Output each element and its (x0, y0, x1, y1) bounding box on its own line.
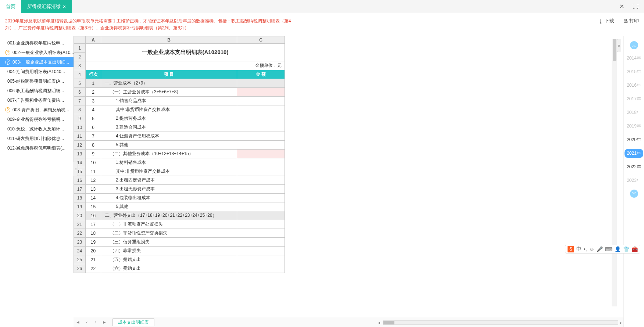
cell-item[interactable]: （三）债务重组损失 (101, 238, 237, 247)
cell-item[interactable]: 1.材料销售成本 (101, 158, 237, 167)
row-header[interactable]: 17 (74, 185, 86, 194)
sheet-tab[interactable]: 成本支出明细表 (112, 318, 154, 326)
horizontal-scrollbar[interactable] (383, 320, 618, 325)
fullscreen-icon[interactable]: ⛶ (630, 1, 641, 12)
cell-amount[interactable] (237, 79, 285, 88)
cell-amount[interactable] (237, 105, 285, 114)
row-header[interactable]: 20 (74, 211, 86, 220)
cell-item[interactable]: 5.其他 (101, 141, 237, 150)
year-2021年[interactable]: 2021年 (625, 149, 643, 158)
cell-item[interactable]: （六）赞助支出 (101, 264, 237, 273)
cell-item[interactable]: 二、营业外支出（17+18+19+20+21+22+23+24+25+26） (101, 211, 237, 220)
row-header[interactable]: 5 (74, 79, 86, 88)
cell-rownum[interactable]: 3 (86, 97, 101, 105)
cell-item[interactable]: （一）主营业务成本（3+5+6+7+8） (101, 88, 237, 97)
col-header-c[interactable]: C (237, 36, 285, 44)
row-header[interactable]: 8 (74, 105, 86, 114)
cell-rownum[interactable]: 14 (86, 194, 101, 202)
window-close-icon[interactable]: ✕ (616, 1, 627, 12)
sidebar-item-0[interactable]: 001-企业所得税年度纳税申... (0, 38, 74, 48)
cell-rownum[interactable]: 2 (86, 88, 101, 97)
sidebar-item-11[interactable]: 012-减免所得税优惠明细表(... (0, 143, 74, 153)
cell-amount[interactable] (237, 185, 285, 194)
cell-amount[interactable] (237, 158, 285, 167)
ime-mic-icon[interactable]: 🎤 (597, 246, 603, 252)
cell-amount[interactable] (237, 141, 285, 150)
cell-item[interactable]: 1.销售商品成本 (101, 97, 237, 105)
cell-rownum[interactable]: 7 (86, 132, 101, 141)
cell-rownum[interactable]: 11 (86, 167, 101, 176)
cell-rownum[interactable]: 1 (86, 79, 101, 88)
year-2017年[interactable]: 2017年 (625, 94, 643, 104)
hscroll-left-icon[interactable]: ◄ (376, 320, 382, 325)
cell-item[interactable]: 3.建造合同成本 (101, 123, 237, 132)
cell-amount[interactable] (237, 150, 285, 158)
row-header[interactable]: 2 (74, 53, 86, 61)
year-2015年[interactable]: 2015年 (625, 67, 643, 76)
tab-active[interactable]: 所得税汇算清缴 × (21, 0, 72, 13)
cell-rownum[interactable]: 19 (86, 238, 101, 247)
sidebar-item-7[interactable]: ?008-资产折旧、摊销及纳税... (0, 105, 74, 115)
cell-rownum[interactable]: 6 (86, 123, 101, 132)
cell-rownum[interactable]: 8 (86, 141, 101, 150)
year-2022年[interactable]: 2022年 (625, 162, 643, 172)
cell-item[interactable]: 其中:非货币性资产交换成本 (101, 105, 237, 114)
sidebar-item-6[interactable]: 007-广告费和业务宣传费跨... (0, 96, 74, 105)
cell-amount[interactable] (237, 202, 285, 211)
cell-amount[interactable] (237, 167, 285, 176)
hscroll-right-icon[interactable]: ► (618, 320, 623, 325)
spreadsheet[interactable]: A B C 1 一般企业成本支出明细表(A102010) 2 3 金额单位：元 … (74, 36, 285, 273)
sidebar-item-3[interactable]: 004-期间费用明细表(A1040... (0, 67, 74, 76)
vertical-scrollbar[interactable] (612, 39, 617, 306)
row-header[interactable]: 4 (74, 70, 86, 79)
row-header[interactable]: 23 (74, 238, 86, 247)
cell-rownum[interactable]: 16 (86, 211, 101, 220)
cell-amount[interactable] (237, 132, 285, 141)
row-header[interactable]: 12 (74, 141, 86, 150)
cell-item[interactable]: 4.让渡资产使用权成本 (101, 132, 237, 141)
cell-item[interactable]: 4.包装物出租成本 (101, 194, 237, 202)
sidebar-item-9[interactable]: 010-免税、减计收入及加计... (0, 124, 74, 134)
year-2014年[interactable]: 2014年 (625, 54, 643, 63)
year-2019年[interactable]: 2019年 (625, 122, 643, 131)
cell-item[interactable]: （四）非常损失 (101, 247, 237, 255)
cell-amount[interactable] (237, 176, 285, 185)
cell-rownum[interactable]: 9 (86, 150, 101, 158)
sidebar-item-2[interactable]: ?003-一般企业成本支出明细... (0, 57, 74, 67)
sheet-nav-prev-icon[interactable]: ‹ (82, 320, 91, 325)
row-header[interactable]: 9 (74, 114, 86, 123)
cell-rownum[interactable]: 15 (86, 202, 101, 211)
cell-item[interactable]: 一、营业成本（2+9） (101, 79, 237, 88)
sidebar-collapse-handle[interactable]: « (74, 162, 78, 176)
row-header[interactable]: 18 (74, 194, 86, 202)
sidebar-item-8[interactable]: 009-企业所得税弥补亏损明... (0, 115, 74, 124)
row-header[interactable]: 24 (74, 247, 86, 255)
sidebar-item-10[interactable]: 011-研发费用加计扣除优惠... (0, 134, 74, 143)
cell-item[interactable]: 其中:非货币性资产交换成本 (101, 167, 237, 176)
year-2023年[interactable]: 2023年 (625, 176, 643, 185)
cell-amount[interactable] (237, 211, 285, 220)
ime-keyboard-icon[interactable]: ⌨ (605, 246, 612, 252)
scroll-up-icon[interactable]: ︽ (630, 41, 638, 49)
cell-rownum[interactable]: 10 (86, 158, 101, 167)
cell-amount[interactable] (237, 88, 285, 97)
cell-amount[interactable] (237, 123, 285, 132)
col-header-a[interactable]: A (86, 36, 101, 44)
year-2016年[interactable]: 2016年 (625, 81, 643, 90)
sidebar-item-1[interactable]: ?002-一般企业收入明细表(A10... (0, 48, 74, 57)
cell-amount[interactable] (237, 114, 285, 123)
row-header[interactable]: 1 (74, 44, 86, 53)
cell-item[interactable]: （五）捐赠支出 (101, 255, 237, 264)
cell-rownum[interactable]: 5 (86, 114, 101, 123)
sidebar-item-5[interactable]: 006-职工薪酬纳税调整明细... (0, 86, 74, 96)
cell-item[interactable]: （一）非流动资产处置损失 (101, 220, 237, 229)
col-header-b[interactable]: B (101, 36, 237, 44)
print-button[interactable]: 🖶打印 (623, 18, 639, 24)
row-header[interactable]: 21 (74, 220, 86, 229)
sheet-nav-last-icon[interactable]: ► (100, 320, 109, 325)
ime-toolbar[interactable]: S 中 •, ☺ 🎤 ⌨ 👤 👕 🧰 (565, 245, 640, 254)
cell-amount[interactable] (237, 238, 285, 247)
cell-item[interactable]: 2.出租固定资产成本 (101, 176, 237, 185)
corner-cell[interactable] (74, 36, 86, 44)
tab-home[interactable]: 首页 (0, 0, 21, 13)
